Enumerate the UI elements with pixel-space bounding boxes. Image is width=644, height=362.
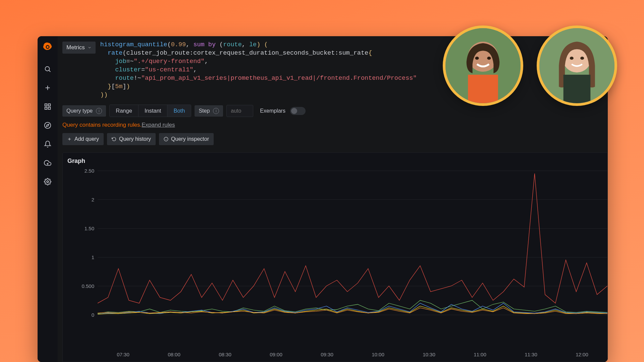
search-icon[interactable]: [44, 65, 52, 73]
svg-rect-17: [45, 107, 47, 109]
plus-icon: [67, 137, 72, 141]
chart-lines: [98, 171, 607, 315]
info-icon[interactable]: i: [213, 108, 219, 114]
presenter-avatar-2: [537, 25, 617, 106]
metrics-label: Metrics: [66, 44, 85, 51]
grafana-logo-icon[interactable]: [43, 42, 53, 54]
svg-point-23: [47, 181, 49, 183]
explore-icon[interactable]: [44, 121, 52, 129]
query-actions: Add query Query history Query inspector: [58, 133, 608, 150]
graph-title: Graph: [67, 158, 607, 165]
query-type-label: Query type i: [62, 105, 106, 117]
x-axis: 07:3008:0008:3009:0009:3010:0010:3011:00…: [98, 352, 607, 360]
svg-line-12: [49, 70, 51, 72]
sidebar: [38, 36, 58, 362]
history-icon: [112, 137, 116, 141]
exemplars-label: Exemplars: [257, 108, 287, 114]
dashboards-icon[interactable]: [44, 103, 52, 111]
query-inspector-button[interactable]: Query inspector: [159, 133, 214, 145]
cloud-icon[interactable]: [44, 159, 52, 167]
presenter-avatar-1: [443, 25, 523, 106]
svg-rect-2: [468, 75, 498, 103]
alerting-icon[interactable]: [44, 140, 52, 148]
step-input[interactable]: [226, 105, 253, 117]
both-button[interactable]: Both: [167, 105, 191, 117]
settings-icon[interactable]: [44, 178, 52, 186]
chevron-down-icon: [88, 46, 92, 50]
query-history-button[interactable]: Query history: [107, 133, 156, 145]
instant-button[interactable]: Instant: [139, 105, 168, 117]
y-axis: 00.50011.5022.50: [67, 171, 98, 350]
step-label: Step i: [195, 105, 223, 117]
svg-point-19: [45, 122, 51, 128]
svg-point-8: [580, 57, 584, 60]
svg-point-7: [570, 57, 574, 60]
chart: 00.50011.5022.50 07:3008:0008:3009:0009:…: [67, 171, 607, 362]
expand-rules-link[interactable]: Expand rules: [142, 122, 175, 128]
info-icon[interactable]: i: [96, 108, 102, 114]
svg-point-4: [487, 57, 491, 60]
svg-rect-18: [48, 107, 50, 109]
svg-rect-15: [45, 104, 47, 106]
svg-rect-9: [564, 75, 591, 103]
range-button[interactable]: Range: [110, 105, 139, 117]
svg-point-3: [475, 57, 479, 60]
svg-point-10: [47, 46, 49, 48]
plus-icon[interactable]: [44, 84, 52, 92]
recording-rules-notice: Query contains recording rules.Expand ru…: [58, 118, 608, 133]
info-icon: [164, 137, 168, 141]
svg-point-11: [45, 67, 50, 71]
add-query-button[interactable]: Add query: [62, 133, 104, 145]
svg-rect-16: [48, 104, 50, 106]
graph-panel: Graph 00.50011.5022.50 07:3008:0008:3009…: [62, 153, 608, 362]
exemplars-toggle[interactable]: [290, 107, 306, 115]
query-type-group: Range Instant Both: [109, 105, 191, 117]
svg-marker-20: [46, 124, 49, 126]
metrics-dropdown[interactable]: Metrics: [62, 42, 96, 54]
